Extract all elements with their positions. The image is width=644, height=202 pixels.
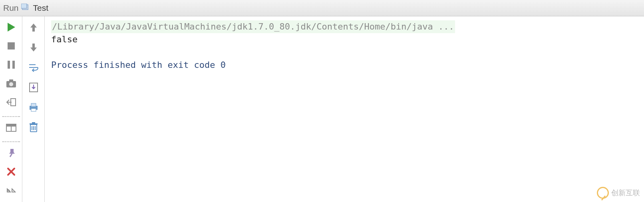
rerun-button[interactable] [3, 20, 19, 34]
svg-rect-17 [31, 109, 36, 111]
run-toolwindow-header: Run Test [0, 0, 644, 16]
run-icon [6, 22, 16, 32]
svg-rect-10 [6, 124, 16, 127]
svg-rect-16 [31, 103, 36, 107]
arrow-up-icon [29, 22, 38, 33]
separator [2, 141, 20, 142]
pause-button[interactable] [3, 57, 19, 72]
console-actions-column [22, 16, 45, 202]
more-icon: » [6, 188, 16, 193]
clear-all-button[interactable] [26, 119, 42, 135]
svg-rect-6 [9, 79, 13, 82]
stop-icon [7, 42, 16, 50]
close-button[interactable] [3, 164, 19, 179]
exit-button[interactable] [3, 95, 19, 110]
console-output[interactable]: /Library/Java/JavaVirtualMachines/jdk1.7… [45, 16, 644, 202]
print-icon [28, 103, 39, 112]
pin-button[interactable] [3, 145, 19, 160]
scroll-down-button[interactable] [26, 40, 42, 55]
svg-point-7 [9, 82, 13, 86]
console-stdout: false [51, 34, 78, 44]
console-exit-message: Process finished with exit code 0 [51, 60, 226, 70]
scroll-up-button[interactable] [26, 20, 42, 36]
scroll-to-end-button[interactable] [26, 79, 42, 95]
soft-wrap-button[interactable] [26, 59, 42, 75]
print-button[interactable] [26, 99, 42, 115]
svg-rect-3 [8, 61, 10, 69]
camera-icon [6, 79, 16, 88]
svg-line-12 [10, 154, 12, 157]
svg-rect-22 [30, 123, 38, 125]
run-actions-column: » [0, 16, 22, 202]
run-config-name: Test [33, 3, 49, 13]
close-icon [7, 167, 16, 176]
layout-button[interactable] [3, 120, 19, 135]
pin-icon [7, 148, 16, 158]
svg-rect-23 [32, 122, 35, 123]
run-label: Run [3, 3, 19, 13]
svg-rect-2 [8, 42, 15, 50]
svg-rect-4 [12, 61, 15, 69]
svg-rect-1 [21, 4, 27, 8]
console-command-line: /Library/Java/JavaVirtualMachines/jdk1.7… [51, 20, 455, 33]
pause-icon [7, 60, 16, 69]
scroll-to-end-icon [29, 82, 38, 93]
arrow-down-icon [29, 42, 38, 53]
trash-icon [29, 122, 38, 133]
exit-icon [6, 98, 16, 107]
more-button[interactable]: » [3, 183, 19, 198]
separator [2, 116, 20, 117]
layout-icon [6, 124, 16, 132]
soft-wrap-icon [28, 63, 39, 72]
stop-button[interactable] [3, 38, 19, 53]
dump-threads-button[interactable] [3, 76, 19, 91]
tabs-icon [21, 3, 30, 13]
svg-text:»: » [6, 188, 10, 193]
